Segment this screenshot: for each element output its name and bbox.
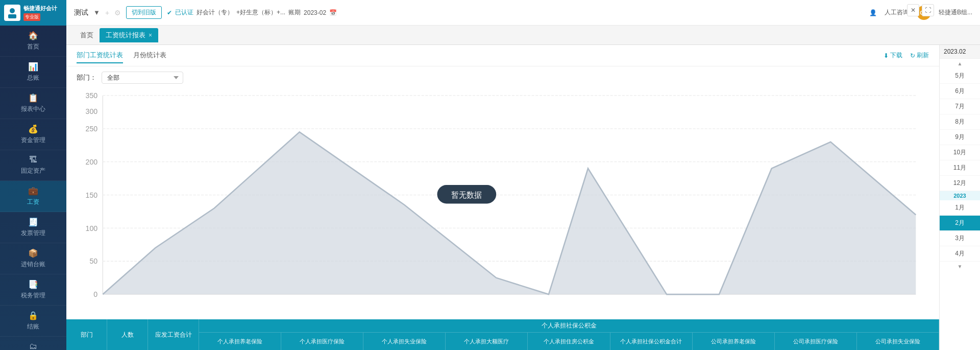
calendar-icon[interactable]: 📅 — [329, 9, 337, 16]
sub-col-housing: 个人承担住房公积金 — [528, 333, 610, 350]
sidebar-label-report: 报表中心 — [21, 105, 45, 113]
svg-rect-1 — [8, 14, 16, 18]
content-area: 部门工资统计表 月份统计表 ⬇ 下载 ↻ 刷新 部门： 全部 — [66, 45, 980, 350]
tab-close-btn[interactable]: × — [149, 32, 152, 39]
sub-col-medical: 个人承担医疗保险 — [281, 333, 363, 350]
sidebar-item-salary[interactable]: 💼 工资 — [0, 181, 66, 212]
sidebar-label-invoice: 发票管理 — [21, 229, 45, 238]
subtab-actions: ⬇ 下载 ↻ 刷新 — [884, 51, 929, 60]
sidebar-label-salary: 工资 — [27, 198, 39, 206]
date-2023-3[interactable]: 3月 — [940, 231, 980, 246]
date-nav-down[interactable]: ▼ — [940, 262, 980, 271]
date-month-12[interactable]: 12月 — [940, 176, 980, 191]
subtab-dept[interactable]: 部门工资统计表 — [77, 48, 123, 63]
period-value: 2023-02 — [304, 9, 326, 16]
download-icon: ⬇ — [884, 52, 889, 59]
topbar-plus[interactable]: + — [105, 9, 109, 17]
sidebar-item-ledger[interactable]: 📊 总账 — [0, 57, 66, 88]
invoice-icon: 🧾 — [28, 217, 38, 227]
switch-old-btn[interactable]: 切到旧版 — [126, 6, 162, 19]
sidebar-item-assets[interactable]: 🏗 固定资产 — [0, 150, 66, 181]
main-panel: 部门工资统计表 月份统计表 ⬇ 下载 ↻ 刷新 部门： 全部 — [66, 45, 939, 350]
svg-text:150: 150 — [86, 191, 98, 199]
subtabs: 部门工资统计表 月份统计表 ⬇ 下载 ↻ 刷新 — [66, 45, 939, 66]
date-month-11[interactable]: 11月 — [940, 160, 980, 176]
subtab-month[interactable]: 月份统计表 — [133, 48, 166, 63]
sidebar-item-report[interactable]: 📋 报表中心 — [0, 88, 66, 119]
date-2023-2[interactable]: 2月 — [940, 216, 980, 231]
date-2023-4[interactable]: 4月 — [940, 246, 980, 262]
stock-icon: 📦 — [28, 248, 38, 258]
sidebar-label-assets: 固定资产 — [21, 167, 45, 175]
cert-icon: ✔ — [167, 9, 172, 16]
chart-area: 0 50 100 150 200 250 350 300 暂无数据 — [66, 89, 939, 319]
sidebar-label-tax: 税务管理 — [21, 291, 45, 300]
table-col-total: 应发工资合计 — [148, 319, 199, 350]
tab-salary-label: 工资统计报表 — [106, 31, 145, 40]
sidebar-item-invoice[interactable]: 🧾 发票管理 — [0, 212, 66, 243]
date-month-5[interactable]: 5月 — [940, 68, 980, 84]
sidebar-label-close: 结账 — [27, 322, 39, 331]
topbar-gear[interactable]: ⚙ — [114, 9, 121, 17]
date-2023-1[interactable]: 1月 — [940, 200, 980, 216]
table-col-count: 人数 — [107, 319, 148, 350]
sidebar-item-close[interactable]: 🔒 结账 — [0, 306, 66, 337]
date-panel-header: 2023.02 — [940, 45, 980, 59]
sub-col-company-pension: 公司承担养老保险 — [693, 333, 775, 350]
topbar: 测试 ▼ + ⚙ 切到旧版 ✔ 已认证 好会计（专） +好生意（标）+... 账… — [66, 0, 980, 26]
project-dropdown[interactable]: ▼ — [93, 9, 100, 16]
personal-group-header: 个人承担社保公积金 — [199, 319, 939, 333]
sidebar-label-funds: 资金管理 — [21, 136, 45, 145]
sidebar-label-home: 首页 — [27, 42, 39, 51]
svg-text:350: 350 — [86, 91, 98, 100]
sub-col-company-unemp: 公司承担失业保险 — [857, 333, 939, 350]
bottom-table: 部门 人数 应发工资合计 个人承担社保公积金 个人承担养老保险 个人承担医疗保险… — [66, 319, 939, 350]
status-certified: 已认证 — [175, 8, 193, 17]
sub-col-pension: 个人承担养老保险 — [199, 333, 281, 350]
date-panel: 2023.02 ▲ 5月 6月 7月 8月 9月 10月 11月 12月 202… — [939, 45, 980, 350]
svg-text:100: 100 — [86, 224, 98, 232]
date-month-9[interactable]: 9月 — [940, 130, 980, 145]
logo-badge: 专业版 — [23, 13, 40, 21]
logo-text: 畅捷通好会计 专业版 — [23, 5, 57, 21]
maximize-panel-btn[interactable]: ⛶ — [922, 4, 934, 16]
filter-label: 部门： — [77, 73, 96, 82]
svg-text:250: 250 — [86, 125, 98, 133]
report-icon: 📋 — [28, 93, 38, 103]
assets-icon: 🏗 — [29, 155, 37, 165]
help-btn[interactable]: 人工咨询 — [885, 8, 909, 17]
help-icon: 👤 — [869, 9, 877, 16]
personal-group-cells: 个人承担养老保险 个人承担医疗保险 个人承担失业保险 个人承担大额医疗 个人承担… — [199, 333, 939, 350]
date-month-6[interactable]: 6月 — [940, 84, 980, 99]
sidebar-item-archive[interactable]: 🗂 归档管理 — [0, 337, 66, 350]
tabbar: 首页 工资统计报表 × ✕ ⛶ — [66, 26, 980, 45]
svg-marker-18 — [103, 132, 916, 294]
date-month-10[interactable]: 10月 — [940, 145, 980, 160]
ledger-icon: 📊 — [28, 62, 38, 72]
sidebar-item-tax[interactable]: 📑 税务管理 — [0, 274, 66, 306]
sidebar-item-home[interactable]: 🏠 首页 — [0, 26, 66, 57]
refresh-btn[interactable]: ↻ 刷新 — [910, 51, 929, 60]
user-name[interactable]: 轻捷通B组... — [939, 8, 972, 17]
date-month-8[interactable]: 8月 — [940, 114, 980, 130]
chart-svg: 0 50 100 150 200 250 350 300 暂无数据 — [77, 89, 929, 314]
download-btn[interactable]: ⬇ 下载 — [884, 51, 902, 60]
table-col-personal-group: 个人承担社保公积金 个人承担养老保险 个人承担医疗保险 个人承担失业保险 个人承… — [199, 319, 939, 350]
dept-select[interactable]: 全部 财务部 销售部 研发部 — [102, 72, 183, 84]
sub-col-bigmedical: 个人承担大额医疗 — [446, 333, 528, 350]
status-tags: +好生意（标）+... — [236, 8, 285, 17]
close-panel-btn[interactable]: ✕ — [907, 4, 919, 16]
topbar-status: ✔ 已认证 好会计（专） +好生意（标）+... 账期 2023-02 📅 — [167, 8, 337, 17]
sidebar-item-stock[interactable]: 📦 进销台账 — [0, 243, 66, 274]
svg-text:暂无数据: 暂无数据 — [451, 191, 482, 199]
filterbar: 部门： 全部 财务部 销售部 研发部 — [66, 66, 939, 89]
date-nav-up[interactable]: ▲ — [940, 59, 980, 68]
tab-salary-report[interactable]: 工资统计报表 × — [100, 28, 158, 42]
home-icon: 🏠 — [28, 31, 38, 40]
sidebar-item-funds[interactable]: 💰 资金管理 — [0, 119, 66, 150]
status-type: 好会计（专） — [197, 8, 233, 17]
date-month-7[interactable]: 7月 — [940, 99, 980, 114]
project-name: 测试 — [74, 8, 88, 17]
tab-home[interactable]: 首页 — [74, 28, 100, 42]
table-col-dept: 部门 — [66, 319, 107, 350]
